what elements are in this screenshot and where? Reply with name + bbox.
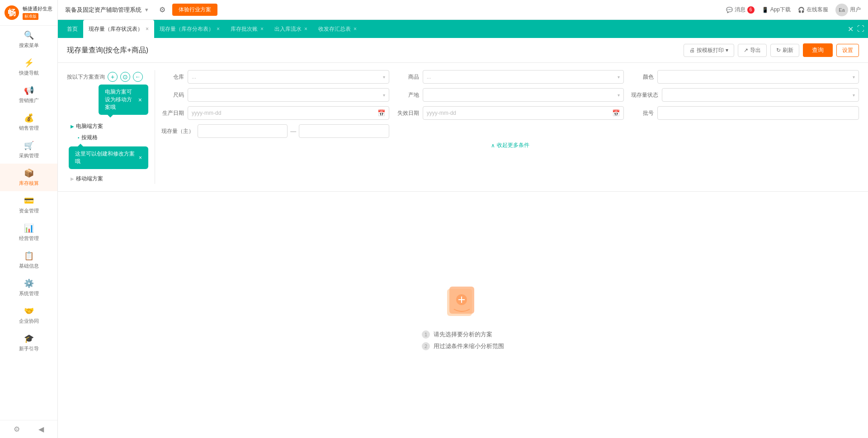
stock-status-input[interactable]: ▾ (662, 88, 859, 102)
system-icon: ⚙️ (24, 278, 34, 288)
sidebar-collapse-btn[interactable]: ◀ (38, 425, 44, 433)
scheme-pc[interactable]: ▶ 电脑端方案 (69, 121, 148, 132)
tab-close-batch-ledger[interactable]: × (260, 26, 264, 32)
tab-batch-ledger[interactable]: 库存批次账 × (225, 20, 269, 38)
sidebar-item-quick[interactable]: ⚡ 快捷导航 (0, 53, 57, 81)
tab-home[interactable]: 首页 (61, 25, 83, 33)
expand-icon-pc: ▶ (71, 124, 74, 129)
header-dropdown-icon[interactable]: ▾ (145, 6, 152, 14)
message-badge: 6 (747, 6, 755, 14)
search-icon: 🔍 (24, 30, 34, 40)
guide-icon: 🎓 (24, 334, 34, 344)
user-label: 用户 (850, 6, 861, 14)
refresh-button[interactable]: ↻ 刷新 (770, 44, 799, 57)
sidebar-item-finance[interactable]: 💳 资金管理 (0, 191, 57, 219)
sidebar-item-inventory[interactable]: 📦 库存核算 (0, 164, 57, 191)
message-icon: 💬 (726, 7, 733, 13)
app-download-btn[interactable]: 📱 App下载 (762, 6, 791, 14)
scheme-pc-sub: ▪ 按规格 (76, 132, 148, 143)
export-button[interactable]: ↗ 导出 (738, 44, 767, 57)
print-dropdown-icon: ▾ (726, 47, 728, 53)
goods-placeholder: ... (427, 74, 431, 80)
field-origin: 产地 ▾ (396, 88, 624, 102)
expiry-date-input[interactable]: yyyy-mm-dd 📅 (423, 106, 624, 120)
field-expiry-date: 失效日期 yyyy-mm-dd 📅 (396, 106, 624, 120)
sidebar-item-search[interactable]: 🔍 搜索菜单 (0, 26, 57, 53)
operation-icon: 📊 (24, 223, 34, 233)
production-date-placeholder: yyyy-mm-dd (192, 110, 221, 116)
stock-main-to-input[interactable] (299, 124, 389, 138)
page-title: 现存量查询(按仓库+商品) (67, 46, 148, 55)
tip2-text: 用过滤条件来缩小分析范围 (434, 342, 504, 350)
logo-text: 畅捷通好生意 标准版 (23, 5, 52, 20)
tooltip-create-scheme: 这里可以创建和修改方案哦 × (69, 146, 148, 169)
stock-main-label: 现存量（主） (161, 127, 194, 135)
system-name: 装备及固定资产辅助管理系统 (65, 6, 142, 14)
warehouse-label: 仓库 (161, 73, 184, 81)
filter-add-button[interactable]: + (108, 72, 118, 82)
empty-icon (440, 280, 486, 325)
tab-maximize-btn[interactable]: ⛶ (857, 25, 864, 33)
tab-inventory-dist[interactable]: 现存量（库存分布表） × (154, 20, 225, 38)
goods-input[interactable]: ... ▾ (423, 70, 624, 84)
online-support-btn[interactable]: 🎧 在线客服 (798, 6, 828, 14)
tab-close-in-out-flow[interactable]: × (304, 26, 307, 32)
scheme-pc-sub-item[interactable]: ▪ 按规格 (76, 132, 148, 143)
tab-close-collect-report[interactable]: × (354, 26, 357, 32)
filter-grid: 仓库 ... ▾ 商品 ... ▾ (161, 70, 859, 138)
goods-dropdown-icon: ▾ (618, 75, 620, 80)
query-button[interactable]: 查询 (803, 43, 833, 57)
print-button[interactable]: 🖨 按模板打印 ▾ (684, 44, 734, 57)
export-icon: ↗ (744, 47, 748, 53)
tab-collect-report[interactable]: 收发存汇总表 × (313, 20, 362, 38)
goods-label: 商品 (396, 73, 419, 81)
user-btn[interactable]: Ea 用户 (835, 4, 861, 16)
filter-arrow-button[interactable]: ← (133, 72, 143, 82)
sidebar-item-purchase[interactable]: 🛒 采购管理 (0, 136, 57, 164)
scheme-mobile[interactable]: ▶ 移动端方案 (69, 174, 148, 184)
batch-no-input[interactable] (657, 106, 859, 120)
color-input[interactable]: ▾ (657, 70, 859, 84)
filter-scheme-section: 按以下方案查询 + ⊙ ← 电脑方案可设为移动方案哦 × (67, 70, 148, 184)
sidebar-item-marketing[interactable]: 📢 营销推广 (0, 81, 57, 108)
production-date-input[interactable]: yyyy-mm-dd 📅 (188, 106, 389, 120)
tab-inventory-status[interactable]: 现存量（库存状况表） × (83, 20, 154, 38)
tip1-num: 1 (422, 330, 430, 339)
filter-copy-button[interactable]: ⊙ (120, 72, 130, 82)
tip1-text: 请先选择要分析的方案 (434, 330, 492, 339)
sidebar-item-system[interactable]: ⚙️ 系统管理 (0, 274, 57, 301)
more-conditions-btn[interactable]: ∧ 收起更多条件 (161, 141, 859, 149)
experience-button[interactable]: 体验行业方案 (172, 4, 217, 16)
setting-button[interactable]: 设置 (836, 44, 859, 57)
messages-label: 消息 (735, 6, 745, 14)
user-avatar: Ea (835, 4, 848, 16)
tab-close-inventory-dist[interactable]: × (217, 26, 220, 32)
tab-close-inventory-status[interactable]: × (146, 26, 149, 32)
divider (155, 70, 155, 184)
origin-input[interactable]: ▾ (423, 88, 624, 102)
expiry-date-placeholder: yyyy-mm-dd (427, 110, 456, 116)
settings-button[interactable]: ⚙ (156, 4, 169, 16)
basic-icon: 📋 (24, 251, 34, 261)
sidebar-item-guide[interactable]: 🎓 新手引导 (0, 329, 57, 357)
logo-icon: 畅 (5, 5, 19, 20)
sidebar-item-enterprise[interactable]: 🤝 企业协同 (0, 301, 57, 329)
page-actions: 🖨 按模板打印 ▾ ↗ 导出 ↻ 刷新 查询 设置 (684, 43, 859, 57)
stock-status-label: 现存量状态 (631, 91, 658, 99)
warehouse-input[interactable]: ... ▾ (188, 70, 389, 84)
sidebar-item-basic[interactable]: 📋 基础信息 (0, 246, 57, 274)
stock-main-from-input[interactable] (198, 124, 288, 138)
tab-bar-right: ✕ ⛶ (848, 25, 864, 33)
tooltip1-close[interactable]: × (138, 96, 142, 104)
tab-close-all-btn[interactable]: ✕ (848, 25, 854, 33)
field-batch-no: 批号 (631, 106, 859, 120)
sidebar-item-sales[interactable]: 💰 销售管理 (0, 108, 57, 136)
messages-btn[interactable]: 💬 消息 6 (726, 6, 755, 14)
size-input[interactable]: ▾ (188, 88, 389, 102)
tab-in-out-flow[interactable]: 出入库流水 × (269, 20, 313, 38)
sidebar-settings-btn[interactable]: ⚙ (14, 425, 20, 433)
support-icon: 🎧 (798, 7, 805, 13)
sidebar-item-operation[interactable]: 📊 经营管理 (0, 219, 57, 246)
tooltip2-close[interactable]: × (139, 155, 142, 161)
purchase-icon: 🛒 (24, 141, 34, 151)
